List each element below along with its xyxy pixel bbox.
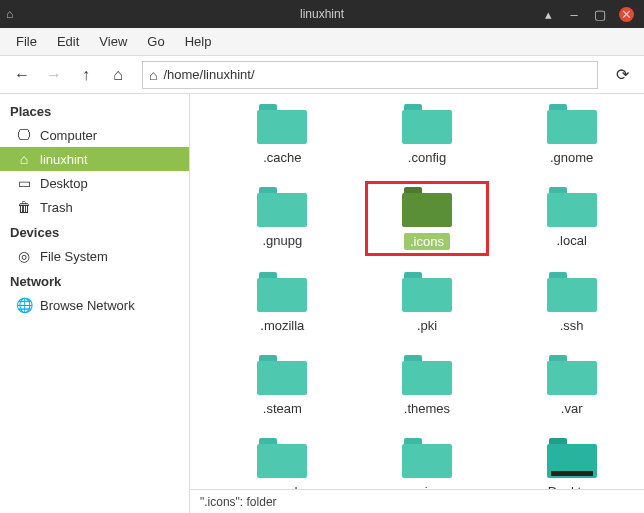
folder-icon — [257, 438, 307, 478]
folder-item[interactable]: .themes — [365, 349, 490, 422]
folder-icon — [547, 187, 597, 227]
folder-item[interactable]: .config — [365, 98, 490, 171]
folder-item[interactable]: .pki — [365, 266, 490, 339]
folder-icon — [402, 355, 452, 395]
folder-icon — [402, 187, 452, 227]
folder-item[interactable]: .gnupg — [220, 181, 345, 256]
up-button[interactable]: ↑ — [72, 61, 100, 89]
folder-item[interactable]: .cache — [220, 98, 345, 171]
sidebar-item-icon: 🖵 — [16, 127, 32, 143]
folder-item[interactable]: .steam — [220, 349, 345, 422]
path-home-icon: ⌂ — [149, 67, 157, 83]
window-body: Places🖵Computer⌂linuxhint▭Desktop🗑TrashD… — [0, 94, 644, 513]
menu-view[interactable]: View — [89, 30, 137, 53]
folder-label: .icons — [404, 233, 450, 250]
folder-grid-scroll[interactable]: .cache.config.gnome.gnupg.icons.local.mo… — [190, 94, 644, 489]
sidebar-item-label: linuxhint — [40, 152, 88, 167]
path-text: /home/linuxhint/ — [163, 67, 254, 82]
sidebar-item-label: Computer — [40, 128, 97, 143]
folder-grid: .cache.config.gnome.gnupg.icons.local.mo… — [220, 98, 634, 489]
menu-go[interactable]: Go — [137, 30, 174, 53]
window-title: linuxhint — [300, 7, 344, 21]
minimize-button[interactable]: – — [567, 7, 581, 21]
folder-icon — [402, 104, 452, 144]
folder-label: .themes — [404, 401, 450, 416]
sidebar-item-icon: ◎ — [16, 248, 32, 264]
folder-label: .pki — [417, 318, 437, 333]
sidebar-item-label: Browse Network — [40, 298, 135, 313]
folder-item[interactable]: Desktop — [509, 432, 634, 489]
folder-icon — [257, 104, 307, 144]
sidebar-item[interactable]: ▭Desktop — [0, 171, 189, 195]
folder-icon — [257, 187, 307, 227]
menu-edit[interactable]: Edit — [47, 30, 89, 53]
sidebar-item-icon: 🌐 — [16, 297, 32, 313]
status-bar: ".icons": folder — [190, 489, 644, 513]
sidebar-heading: Places — [0, 98, 189, 123]
folder-item[interactable]: .vscode — [220, 432, 345, 489]
folder-item[interactable]: .gnome — [509, 98, 634, 171]
folder-icon — [402, 272, 452, 312]
sidebar-item[interactable]: ◎File System — [0, 244, 189, 268]
toolbar: ← → ↑ ⌂ ⌂ /home/linuxhint/ ⟳ — [0, 56, 644, 94]
folder-icon — [547, 438, 597, 478]
back-button[interactable]: ← — [8, 61, 36, 89]
sidebar-item-label: File System — [40, 249, 108, 264]
sidebar-item-icon: ▭ — [16, 175, 32, 191]
main-pane: .cache.config.gnome.gnupg.icons.local.mo… — [190, 94, 644, 513]
sidebar-item-label: Trash — [40, 200, 73, 215]
folder-item[interactable]: .var — [509, 349, 634, 422]
sidebar-item[interactable]: 🖵Computer — [0, 123, 189, 147]
sidebar-heading: Devices — [0, 219, 189, 244]
sidebar-heading: Network — [0, 268, 189, 293]
sidebar-item-label: Desktop — [40, 176, 88, 191]
path-bar[interactable]: ⌂ /home/linuxhint/ — [142, 61, 598, 89]
sidebar-item-icon: ⌂ — [16, 151, 32, 167]
sidebar-item[interactable]: 🌐Browse Network — [0, 293, 189, 317]
folder-item[interactable]: .wine — [365, 432, 490, 489]
reload-button[interactable]: ⟳ — [608, 61, 636, 89]
menubar: File Edit View Go Help — [0, 28, 644, 56]
menu-icon[interactable]: ▴ — [541, 7, 555, 21]
folder-label: .local — [556, 233, 586, 248]
close-button[interactable]: ✕ — [619, 7, 634, 22]
folder-label: .wine — [412, 484, 442, 489]
folder-icon — [547, 272, 597, 312]
folder-item[interactable]: .icons — [365, 181, 490, 256]
maximize-button[interactable]: ▢ — [593, 7, 607, 21]
folder-label: .mozilla — [260, 318, 304, 333]
home-button[interactable]: ⌂ — [104, 61, 132, 89]
folder-icon — [257, 272, 307, 312]
sidebar-item[interactable]: ⌂linuxhint — [0, 147, 189, 171]
folder-label: .vscode — [260, 484, 305, 489]
window-controls: ▴ – ▢ ✕ — [541, 7, 644, 22]
folder-icon — [547, 355, 597, 395]
sidebar-item[interactable]: 🗑Trash — [0, 195, 189, 219]
file-manager-window: ⌂ linuxhint ▴ – ▢ ✕ File Edit View Go He… — [0, 0, 644, 513]
sidebar: Places🖵Computer⌂linuxhint▭Desktop🗑TrashD… — [0, 94, 190, 513]
menu-file[interactable]: File — [6, 30, 47, 53]
folder-label: Desktop — [548, 484, 596, 489]
folder-label: .config — [408, 150, 446, 165]
menu-help[interactable]: Help — [175, 30, 222, 53]
folder-label: .var — [561, 401, 583, 416]
folder-label: .cache — [263, 150, 301, 165]
folder-icon — [547, 104, 597, 144]
folder-item[interactable]: .mozilla — [220, 266, 345, 339]
folder-icon — [257, 355, 307, 395]
titlebar-home-icon: ⌂ — [6, 7, 24, 21]
folder-label: .gnupg — [262, 233, 302, 248]
folder-icon — [402, 438, 452, 478]
folder-label: .ssh — [560, 318, 584, 333]
folder-item[interactable]: .ssh — [509, 266, 634, 339]
status-text: ".icons": folder — [200, 495, 277, 509]
folder-label: .steam — [263, 401, 302, 416]
folder-item[interactable]: .local — [509, 181, 634, 256]
sidebar-item-icon: 🗑 — [16, 199, 32, 215]
folder-label: .gnome — [550, 150, 593, 165]
forward-button[interactable]: → — [40, 61, 68, 89]
titlebar[interactable]: ⌂ linuxhint ▴ – ▢ ✕ — [0, 0, 644, 28]
